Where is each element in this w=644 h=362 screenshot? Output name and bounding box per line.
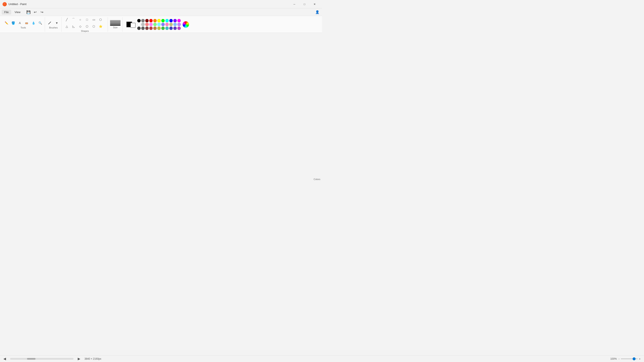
color-swatch[interactable] [145,23,149,26]
eraser-tool[interactable] [24,20,30,26]
color-swatch[interactable] [141,23,145,26]
quick-access-toolbar: 💾 ↩ ↪ [26,9,45,15]
color-swatch[interactable] [161,23,165,26]
color-swatch[interactable] [145,26,149,30]
color-swatch[interactable] [177,19,181,22]
color-swatch[interactable] [157,26,161,30]
color-swatch[interactable] [137,19,140,22]
user-account-button[interactable]: 👤 [314,9,320,15]
color-swatch[interactable] [169,23,173,26]
file-menu-button[interactable]: File [2,10,11,14]
color-swatch[interactable] [173,26,177,30]
color-swatch[interactable] [157,23,161,26]
text-tool[interactable]: A [17,20,23,26]
color-swatch[interactable] [145,19,149,22]
shape-oval[interactable]: ○ [77,17,83,22]
color-swatch[interactable] [153,23,157,26]
color-swatch[interactable] [153,26,157,30]
color-swatch[interactable] [161,26,165,30]
main-toolbar: ✏️ 🪣 A 💧 🔍 Tools ▼ Brushes ╱ ⌒ ○ □ ▭ ⬡ [0,16,322,33]
colors-label: Colors [314,178,320,181]
tools-section: ✏️ 🪣 A 💧 🔍 Tools [2,17,45,32]
color-swatch[interactable] [137,26,140,30]
shape-hex[interactable]: ⬡ [91,23,97,29]
maximize-button[interactable]: □ [300,1,309,7]
shapes-label: Shapes [81,30,89,32]
color-swatch[interactable] [177,23,181,26]
brushes-section: ▼ Brushes [46,17,62,32]
window-title: Untitled - Paint [8,2,290,6]
shape-diamond[interactable]: ◇ [77,23,83,29]
shape-curve[interactable]: ⌒ [70,17,76,22]
background-color[interactable] [130,23,136,28]
size-section: Size [108,17,122,32]
active-colors [126,21,136,28]
color-swatch[interactable] [169,19,173,22]
colors-section: Colors [123,17,191,32]
zoom-tool[interactable]: 🔍 [37,20,43,26]
window-controls: ─ □ ✕ [290,1,320,7]
app-icon [2,2,7,6]
shape-rect2[interactable]: ▭ [91,17,97,22]
color-palette [137,19,181,30]
color-swatch[interactable] [165,19,169,22]
titlebar: Untitled - Paint ─ □ ✕ [0,0,322,8]
size-label: Size [113,26,118,29]
color-swatch[interactable] [149,26,153,30]
color-swatch[interactable] [141,26,145,30]
pencil-tool[interactable]: ✏️ [4,20,9,26]
brushes-label: Brushes [49,26,58,29]
shapes-section: ╱ ⌒ ○ □ ▭ ⬡ △ ◺ ◇ ⬠ ⬡ ⭐ Shapes [62,17,108,32]
close-button[interactable]: ✕ [310,1,320,7]
minimize-button[interactable]: ─ [290,1,299,7]
shape-right-tri[interactable]: ◺ [70,23,76,29]
shape-star[interactable]: ⭐ [98,23,104,29]
save-quick-button[interactable]: 💾 [26,9,32,15]
color-swatch[interactable] [157,19,161,22]
picker-tool[interactable]: 💧 [30,20,36,26]
undo-button[interactable]: ↩ [32,9,38,15]
brush-dropdown[interactable]: ▼ [54,20,60,26]
fill-tool[interactable]: 🪣 [10,20,16,26]
shape-rect[interactable]: □ [84,17,90,22]
color-swatch[interactable] [169,26,173,30]
tools-label: Tools [20,26,26,29]
shape-pent[interactable]: ⬠ [84,23,90,29]
color-swatch[interactable] [137,23,140,26]
color-swatch[interactable] [149,19,153,22]
shape-tri[interactable]: △ [64,23,70,29]
redo-button[interactable]: ↪ [39,9,45,15]
color-swatch[interactable] [149,23,153,26]
color-swatch[interactable] [173,19,177,22]
shape-trap[interactable]: ⬡ [98,17,104,22]
color-swatch[interactable] [141,19,145,22]
color-swatch[interactable] [161,19,165,22]
svg-rect-0 [25,22,28,24]
shape-line[interactable]: ╱ [64,17,70,22]
color-swatch[interactable] [153,19,157,22]
view-menu-button[interactable]: View [12,10,23,14]
brush-1[interactable] [47,20,53,26]
menubar: File View 💾 ↩ ↪ 👤 [0,8,322,16]
color-swatch[interactable] [165,23,169,26]
color-swatch[interactable] [165,26,169,30]
color-swatch[interactable] [173,23,177,26]
color-wheel[interactable] [182,21,189,28]
color-swatch[interactable] [177,26,181,30]
